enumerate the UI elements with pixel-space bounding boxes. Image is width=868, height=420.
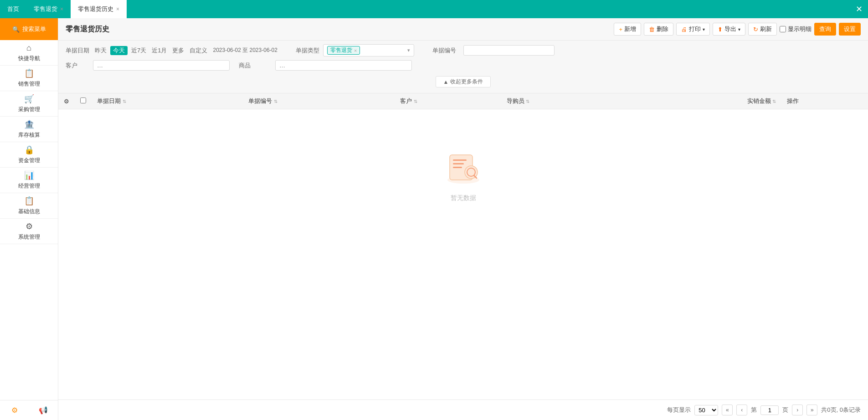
date-opt-today[interactable]: 今天 — [110, 46, 128, 55]
sidebar-item-quick-nav[interactable]: ⌂ 快捷导航 — [0, 40, 58, 66]
date-range-display: 2023-06-02 至 2023-06-02 — [213, 46, 277, 54]
tab-retail-return[interactable]: 零售退货 × — [26, 0, 71, 18]
new-icon: + — [619, 26, 622, 33]
sidebar-audio-button[interactable]: 📢 — [29, 400, 58, 420]
settings-icon: ⚙ — [64, 98, 69, 105]
sidebar-item-business[interactable]: 📊 经营管理 — [0, 168, 58, 193]
inventory-icon: 🏦 — [24, 119, 34, 129]
sidebar-item-sales-mgmt[interactable]: 📋 销售管理 — [0, 66, 58, 91]
top-bar: 首页 零售退货 × 零售退货历史 × ✕ — [0, 0, 868, 18]
tab-home-label: 首页 — [7, 5, 19, 13]
goods-filter-label: 商品 — [239, 61, 266, 70]
select-all-checkbox[interactable] — [80, 97, 86, 103]
print-label: 打印 — [689, 25, 701, 33]
sidebar-item-inventory-label: 库存核算 — [18, 131, 40, 139]
tab-list: 首页 零售退货 × 零售退货历史 × — [0, 0, 850, 18]
type-filter-label: 单据类型 — [296, 46, 323, 55]
date-opt-yesterday[interactable]: 昨天 — [93, 46, 108, 55]
prev-page-button[interactable]: ‹ — [736, 405, 747, 415]
show-detail-checkbox[interactable]: 显示明细 — [780, 25, 812, 33]
new-label: 新增 — [624, 25, 636, 33]
tab-retail-return-history-label: 零售退货历史 — [78, 5, 113, 13]
type-filter-select[interactable]: 零售退货 × ▾ — [323, 44, 414, 56]
th-guide-label: 导购员 — [507, 97, 524, 104]
th-date-label: 单据日期 — [97, 97, 121, 104]
show-detail-label: 显示明细 — [788, 25, 812, 33]
page-prefix-label: 第 — [751, 406, 757, 414]
next-page-button[interactable]: › — [792, 405, 803, 415]
type-tag-label: 零售退货 — [330, 46, 352, 54]
refresh-button[interactable]: ↻ 刷新 — [748, 23, 777, 36]
th-guide[interactable]: 导购员 — [501, 93, 630, 109]
query-label: 查询 — [819, 25, 831, 33]
prev-page-icon: ‹ — [741, 407, 743, 413]
sidebar-item-system[interactable]: ⚙ 系统管理 — [0, 219, 58, 244]
goods-filter-input[interactable] — [275, 60, 412, 71]
delete-label: 删除 — [657, 25, 668, 33]
search-icon: 🔍 — [12, 26, 20, 33]
th-amount[interactable]: 实销金额 — [630, 93, 781, 109]
export-button[interactable]: ⬆ 导出 — [713, 23, 745, 36]
settings-button[interactable]: 设置 — [839, 23, 861, 36]
empty-state: 暂无数据 — [58, 109, 868, 239]
delete-button[interactable]: 🗑 删除 — [644, 23, 673, 36]
refresh-label: 刷新 — [760, 25, 772, 33]
last-page-icon: » — [811, 407, 814, 413]
th-actions: 操作 — [781, 93, 868, 109]
query-button[interactable]: 查询 — [814, 23, 836, 36]
date-opt-1month[interactable]: 近1月 — [150, 46, 169, 55]
window-close-button[interactable]: ✕ — [850, 0, 868, 18]
th-number[interactable]: 单据编号 — [243, 93, 394, 109]
print-icon: 🖨 — [681, 26, 687, 33]
sidebar-search-button[interactable]: 🔍 搜索菜单 — [0, 18, 58, 40]
collapse-icon: ▲ — [443, 79, 449, 85]
refresh-icon: ↻ — [753, 26, 758, 33]
tab-home[interactable]: 首页 — [0, 0, 26, 18]
main-layout: 🔍 搜索菜单 ⌂ 快捷导航 📋 销售管理 🛒 采购管理 🏦 库存核算 🔒 资金管… — [0, 18, 868, 420]
show-detail-input[interactable] — [780, 26, 786, 32]
home-icon: ⌂ — [26, 43, 31, 53]
th-customer-label: 客户 — [400, 97, 412, 104]
sidebar-item-base-info[interactable]: 📋 基础信息 — [0, 193, 58, 219]
tab-retail-return-history-close[interactable]: × — [116, 6, 119, 12]
per-page-select[interactable]: 20 50 100 — [694, 405, 718, 415]
th-date[interactable]: 单据日期 — [92, 93, 243, 109]
date-opt-more[interactable]: 更多 — [170, 46, 186, 55]
new-button[interactable]: + 新增 — [614, 23, 641, 36]
th-customer[interactable]: 客户 — [395, 93, 501, 109]
th-check[interactable] — [75, 93, 92, 109]
th-settings[interactable]: ⚙ — [58, 93, 75, 109]
tab-retail-return-close[interactable]: × — [60, 6, 63, 12]
table-header: ⚙ 单据日期 单据编号 客户 — [58, 93, 868, 109]
sidebar-item-finance[interactable]: 🔒 资金管理 — [0, 142, 58, 168]
filter-area: 单据日期 昨天 今天 近7天 近1月 更多 自定义 2023-06-02 至 2… — [58, 41, 868, 93]
date-opt-custom[interactable]: 自定义 — [188, 46, 209, 55]
sidebar-item-purchase-label: 采购管理 — [18, 106, 40, 113]
data-table: ⚙ 单据日期 单据编号 客户 — [58, 93, 868, 109]
table-area: ⚙ 单据日期 单据编号 客户 — [58, 93, 868, 400]
first-page-button[interactable]: « — [722, 405, 733, 415]
type-tag: 零售退货 × — [327, 46, 360, 55]
finance-icon: 🔒 — [24, 145, 34, 155]
toolbar: + 新增 🗑 删除 🖨 打印 ⬆ 导出 — [614, 23, 861, 36]
filter-row-2: 客户 商品 — [66, 60, 861, 71]
type-tag-remove[interactable]: × — [354, 48, 357, 53]
sidebar-item-purchase-mgmt[interactable]: 🛒 采购管理 — [0, 91, 58, 117]
first-page-icon: « — [726, 407, 729, 413]
sidebar-settings-button[interactable]: ⚙ — [0, 400, 29, 420]
customer-filter-input[interactable] — [93, 60, 230, 71]
next-page-icon: › — [796, 407, 798, 413]
number-filter-input[interactable] — [463, 45, 555, 56]
sidebar-bottom: ⚙ 📢 — [0, 400, 58, 420]
collapse-btn-row: ▲ 收起更多条件 — [66, 74, 861, 89]
collapse-label: 收起更多条件 — [450, 78, 483, 86]
tab-retail-return-label: 零售退货 — [34, 5, 57, 13]
collapse-button[interactable]: ▲ 收起更多条件 — [436, 76, 491, 87]
th-amount-label: 实销金额 — [747, 97, 771, 104]
sidebar-item-inventory[interactable]: 🏦 库存核算 — [0, 117, 58, 142]
last-page-button[interactable]: » — [806, 405, 817, 415]
tab-retail-return-history[interactable]: 零售退货历史 × — [71, 0, 127, 18]
date-opt-7days[interactable]: 近7天 — [129, 46, 148, 55]
print-button[interactable]: 🖨 打印 — [676, 23, 710, 36]
page-number-input[interactable] — [760, 405, 779, 415]
